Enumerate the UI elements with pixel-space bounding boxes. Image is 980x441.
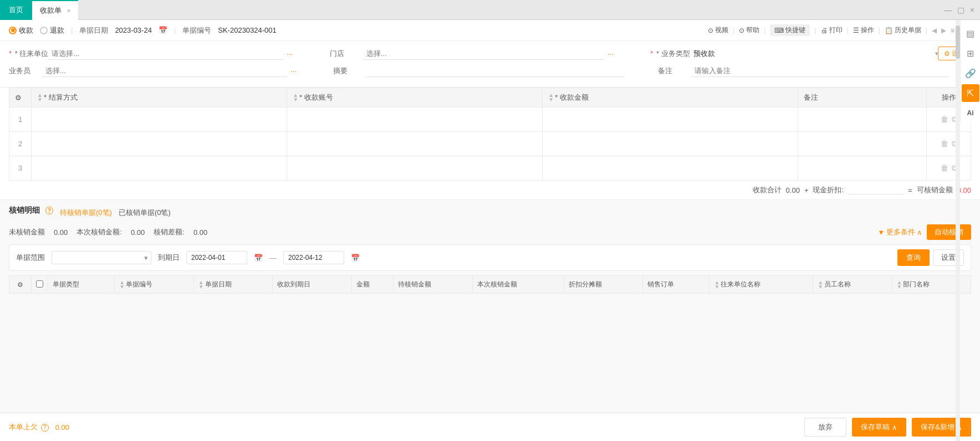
discount-input[interactable]: [848, 186, 904, 194]
prev-value: 0.00: [55, 423, 69, 432]
right-icon-table[interactable]: ▤: [962, 24, 979, 42]
staff-more-btn[interactable]: ···: [287, 66, 300, 75]
total-label: 收款合计: [753, 185, 782, 195]
row-num-2: 2: [9, 132, 32, 156]
partner-input[interactable]: [48, 48, 283, 60]
date-calendar-icon[interactable]: 📅: [159, 26, 167, 34]
date-to-calendar-icon[interactable]: 📅: [351, 254, 360, 262]
bottom-right-buttons: 放弃 保存草稿 ∧ 保存&新增 ∧: [804, 418, 971, 437]
row1-amount[interactable]: [543, 107, 798, 132]
save-draft-btn[interactable]: 保存草稿 ∧: [852, 418, 906, 437]
row1-payment[interactable]: [32, 107, 287, 132]
table-row: 2 🗑 ⧉: [9, 132, 971, 156]
radio-refund[interactable]: 退款: [40, 25, 64, 35]
recon-info-row: 未核销金额 0.00 本次核销金额: 0.00 核销差额: 0.00 ▼ 更多条…: [9, 224, 971, 240]
video-btn[interactable]: ⊙ 视频: [708, 25, 728, 35]
row3-remark[interactable]: [798, 156, 927, 181]
bottom-bar: 本单上欠 ? 0.00 放弃 保存草稿 ∧ 保存&新增 ∧: [0, 412, 980, 441]
help-btn[interactable]: ⊙ 帮助: [739, 25, 759, 35]
abandon-btn[interactable]: 放弃: [804, 418, 846, 437]
print-btn[interactable]: 🖨 打印: [821, 25, 843, 35]
recon-number-header: ▲▼ 单据编号: [115, 276, 193, 294]
partner-more-btn[interactable]: ···: [283, 49, 297, 58]
partner-field: * * 往来单位 ···: [9, 48, 297, 60]
table-gear-header[interactable]: ⚙: [9, 88, 32, 107]
row-num-3: 3: [9, 156, 32, 181]
row3-account[interactable]: [287, 156, 543, 181]
range-select[interactable]: [52, 251, 151, 264]
prev-info-icon[interactable]: ?: [41, 424, 49, 432]
scroll-thumb[interactable]: [956, 25, 960, 59]
auto-recon-btn[interactable]: 自动核销: [927, 224, 971, 240]
business-type-label: * * 业务类型: [650, 49, 690, 59]
recon-title: 核销明细 ?: [9, 206, 53, 216]
tab-pending[interactable]: 待核销单据(0笔): [60, 208, 112, 218]
recon-pending-header: 待核销金额: [394, 276, 473, 294]
recon-select-all[interactable]: [36, 280, 43, 288]
list-view-icon[interactable]: ≡: [951, 27, 955, 34]
save-draft-arrow[interactable]: ∧: [892, 423, 897, 432]
recon-gear-header[interactable]: ⚙: [9, 276, 32, 294]
staff-input[interactable]: [42, 65, 287, 77]
tab-receipt[interactable]: 收款单 ×: [32, 0, 78, 20]
row3-amount[interactable]: [543, 156, 798, 181]
row3-payment[interactable]: [32, 156, 287, 181]
receipt-type-group: 收款 退款: [9, 25, 64, 35]
row3-delete-icon[interactable]: 🗑: [941, 163, 948, 173]
diff-label: 核销差额:: [154, 227, 185, 237]
window-restore-icon[interactable]: ▢: [957, 6, 964, 14]
shop-input[interactable]: [363, 48, 604, 60]
recon-staff-header: ▲▼ 员工名称: [813, 276, 892, 294]
shop-more-btn[interactable]: ···: [604, 49, 617, 58]
window-minimize-icon[interactable]: —: [944, 6, 952, 14]
shortcut-btn[interactable]: ⌨ 快捷键: [770, 24, 810, 36]
shop-label: 门店: [330, 49, 363, 59]
row1-delete-icon[interactable]: 🗑: [941, 115, 948, 124]
date-from-calendar-icon[interactable]: 📅: [254, 254, 263, 262]
due-label: 到期日: [158, 253, 180, 263]
right-icon-expand[interactable]: ⇱: [962, 84, 979, 102]
recon-discount-header: 折扣分摊额: [564, 276, 643, 294]
right-icon-grid[interactable]: ⊞: [962, 44, 979, 62]
range-select-wrap: ▾: [52, 251, 151, 264]
tab-done[interactable]: 已核销单据(0笔): [119, 208, 171, 218]
remark-input[interactable]: [691, 65, 949, 77]
recon-table: ⚙ 单据类型 ▲▼ 单据编号: [9, 275, 971, 294]
current-value: 0.00: [131, 228, 145, 237]
diff-value: 0.00: [193, 228, 207, 237]
radio-receipt[interactable]: 收款: [9, 25, 33, 35]
window-close-icon[interactable]: ×: [970, 6, 974, 14]
recon-info-icon[interactable]: ?: [45, 207, 53, 214]
summary-input[interactable]: [366, 65, 624, 77]
sep1: |: [71, 26, 73, 34]
nav-prev-icon[interactable]: ◀: [932, 27, 937, 34]
more-conditions-btn[interactable]: ▼ 更多条件 ∧: [877, 227, 922, 237]
row2-amount[interactable]: [543, 132, 798, 156]
row1-remark[interactable]: [798, 107, 927, 132]
right-icon-link[interactable]: 🔗: [962, 64, 979, 82]
actions-btn[interactable]: ☰ 操作: [853, 25, 874, 35]
row2-payment[interactable]: [32, 132, 287, 156]
tab-home[interactable]: 首页: [0, 0, 32, 20]
save-new-btn[interactable]: 保存&新增 ∧: [912, 418, 971, 437]
nav-next-icon[interactable]: ▶: [941, 27, 946, 34]
row2-delete-icon[interactable]: 🗑: [941, 139, 948, 148]
row1-account[interactable]: [287, 107, 543, 132]
date-from-input[interactable]: [186, 251, 247, 264]
row2-account[interactable]: [287, 132, 543, 156]
number-label: 单据编号: [182, 25, 211, 35]
ai-icon[interactable]: Ai: [962, 104, 979, 122]
total-value: 0.00: [786, 186, 800, 194]
row2-remark[interactable]: [798, 132, 927, 156]
date-to-input[interactable]: [283, 251, 344, 264]
history-btn[interactable]: 📋 历史单据: [885, 25, 921, 35]
receipt-table: ⚙ ▲▼ * 结算方式 ▲▼ * 收款账号: [9, 88, 971, 181]
scrollbar[interactable]: [956, 20, 960, 441]
query-btn[interactable]: 查询: [897, 249, 930, 266]
col-amount-header: ▲▼ * 收款金额: [543, 88, 798, 107]
top-toolbar: 收款 退款 | 单据日期 2023-03-24 📅 | 单据编号 SK-2023…: [0, 20, 980, 41]
partner-label: * * 往来单位: [9, 49, 48, 59]
row3-actions: 🗑 ⧉: [927, 156, 971, 181]
recon-due-header: 收款到期日: [273, 276, 352, 294]
tab-close-icon[interactable]: ×: [67, 7, 70, 14]
